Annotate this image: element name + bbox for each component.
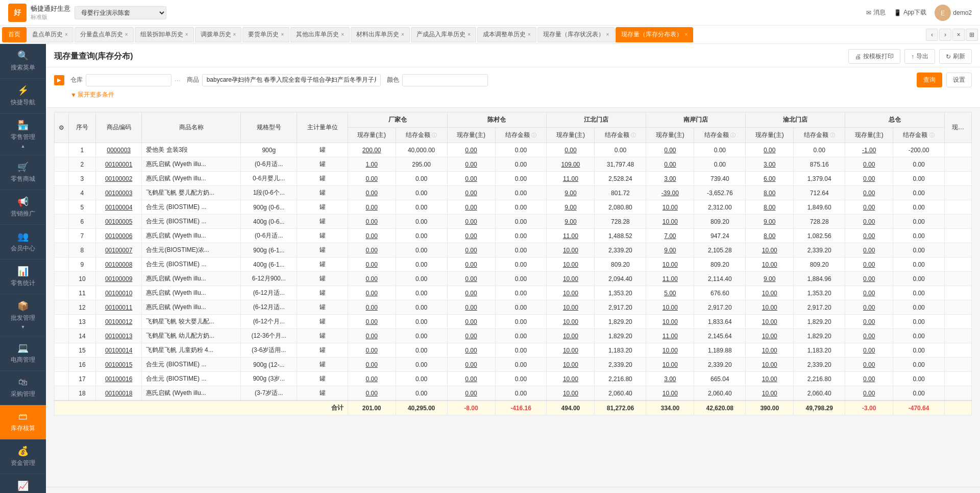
row-factory-qty[interactable]: 0.00 <box>348 272 396 286</box>
tab-fenliang[interactable]: 分量盘点单历史 × <box>75 27 134 42</box>
expand-btn[interactable]: ▼ 展开更多条件 <box>70 90 114 99</box>
row-total-qty[interactable]: 0.00 <box>845 386 893 401</box>
tab-diaobo[interactable]: 调拨单历史 × <box>195 27 242 42</box>
row-jiangbei-qty[interactable]: 10.00 <box>547 315 595 329</box>
row-chencu-qty[interactable]: 0.00 <box>447 243 495 257</box>
row-jiangbei-qty[interactable]: 10.00 <box>547 300 595 315</box>
row-jiangbei-qty[interactable]: 10.00 <box>547 257 595 272</box>
row-chencu-qty[interactable]: 0.00 <box>447 372 495 386</box>
row-total-qty[interactable]: 0.00 <box>845 200 893 215</box>
row-total-qty[interactable]: 0.00 <box>845 286 893 300</box>
tab-qita[interactable]: 其他出库单历史 × <box>290 27 350 42</box>
row-total-qty[interactable]: 0.00 <box>845 157 893 172</box>
tab-xiancun-status[interactable]: 现存量（库存状况表） × <box>537 27 615 42</box>
tab-chengpin[interactable]: 产成品入库单历史 × <box>411 27 476 42</box>
row-code[interactable]: 00100008 <box>95 257 142 272</box>
row-yubei-qty[interactable]: 10.00 <box>746 386 794 401</box>
sidebar-item-retail-stats[interactable]: 📊 零售统计 <box>0 260 46 294</box>
row-factory-qty[interactable]: 0.00 <box>348 358 396 372</box>
export-btn[interactable]: ↑ 导出 <box>904 49 935 64</box>
row-jiangbei-qty[interactable]: 11.00 <box>547 172 595 186</box>
row-factory-qty[interactable]: 0.00 <box>348 329 396 343</box>
row-chencu-qty[interactable]: 0.00 <box>447 215 495 229</box>
row-factory-qty[interactable]: 0.00 <box>348 186 396 200</box>
row-chencu-qty[interactable]: 0.00 <box>447 172 495 186</box>
row-jiangbei-qty[interactable]: 9.00 <box>547 200 595 215</box>
row-code[interactable]: 00100010 <box>95 286 142 300</box>
row-yubei-qty[interactable]: 10.00 <box>746 257 794 272</box>
row-factory-qty[interactable]: 0.00 <box>348 257 396 272</box>
row-factory-qty[interactable]: 1.00 <box>348 157 396 172</box>
row-chencu-qty[interactable]: 0.00 <box>447 143 495 157</box>
row-chencu-qty[interactable]: 0.00 <box>447 386 495 401</box>
row-code[interactable]: 00100018 <box>95 386 142 401</box>
row-total-qty[interactable]: 0.00 <box>845 315 893 329</box>
row-jiangbei-qty[interactable]: 10.00 <box>547 343 595 358</box>
sidebar-item-member[interactable]: 👥 会员中心 <box>0 225 46 260</box>
row-chencu-qty[interactable]: 0.00 <box>447 186 495 200</box>
row-yubei-qty[interactable]: 10.00 <box>746 315 794 329</box>
row-jiangbei-qty[interactable]: 109.00 <box>547 157 595 172</box>
row-chencu-qty[interactable]: 0.00 <box>447 286 495 300</box>
tab-home[interactable]: 首页 <box>2 27 27 42</box>
row-code[interactable]: 00100003 <box>95 186 142 200</box>
row-nanan-qty[interactable]: 9.00 <box>646 243 694 257</box>
tab-cailiao[interactable]: 材料出库单历史 × <box>351 27 410 42</box>
row-total-qty[interactable]: 0.00 <box>845 172 893 186</box>
row-chencu-qty[interactable]: 0.00 <box>447 343 495 358</box>
sidebar-item-inventory[interactable]: 🗃 库存核算 <box>0 405 46 439</box>
row-factory-qty[interactable]: 0.00 <box>348 343 396 358</box>
row-chencu-qty[interactable]: 0.00 <box>447 358 495 372</box>
row-total-qty[interactable]: 0.00 <box>845 243 893 257</box>
refresh-btn[interactable]: ↻ 刷新 <box>939 49 972 64</box>
row-factory-qty[interactable]: 0.00 <box>348 229 396 243</box>
row-yubei-qty[interactable]: 10.00 <box>746 329 794 343</box>
row-yubei-qty[interactable]: 8.00 <box>746 229 794 243</box>
row-nanan-qty[interactable]: 10.00 <box>646 257 694 272</box>
warehouse-dots[interactable]: ··· <box>175 76 181 84</box>
row-total-qty[interactable]: 0.00 <box>845 358 893 372</box>
row-factory-qty[interactable]: 0.00 <box>348 286 396 300</box>
row-total-qty[interactable]: 0.00 <box>845 343 893 358</box>
row-factory-qty[interactable]: 0.00 <box>348 315 396 329</box>
row-nanan-qty[interactable]: 10.00 <box>646 300 694 315</box>
row-jiangbei-qty[interactable]: 10.00 <box>547 386 595 401</box>
row-chencu-qty[interactable]: 0.00 <box>447 257 495 272</box>
row-yubei-qty[interactable]: 9.00 <box>746 215 794 229</box>
row-yubei-qty[interactable]: 10.00 <box>746 243 794 257</box>
row-chencu-qty[interactable]: 0.00 <box>447 329 495 343</box>
product-input[interactable] <box>202 74 381 86</box>
row-factory-qty[interactable]: 0.00 <box>348 215 396 229</box>
user-menu[interactable]: E demo2 <box>935 5 972 21</box>
row-code[interactable]: 00100013 <box>95 329 142 343</box>
sidebar-item-search[interactable]: 🔍 搜索英单 <box>0 44 46 79</box>
row-total-qty[interactable]: 0.00 <box>845 215 893 229</box>
row-nanan-qty[interactable]: 0.00 <box>646 157 694 172</box>
row-factory-qty[interactable]: 0.00 <box>348 172 396 186</box>
sidebar-item-retail-mgmt[interactable]: 🏪 零售管理 ▲ <box>0 113 46 155</box>
row-nanan-qty[interactable]: 11.00 <box>646 329 694 343</box>
row-yubei-qty[interactable]: 8.00 <box>746 200 794 215</box>
tab-expand[interactable]: ⊞ <box>966 29 978 41</box>
row-factory-qty[interactable]: 0.00 <box>348 372 396 386</box>
row-nanan-qty[interactable]: 10.00 <box>646 358 694 372</box>
row-chencu-qty[interactable]: 0.00 <box>447 315 495 329</box>
sidebar-item-operation[interactable]: 📈 经营管理 <box>0 474 46 493</box>
tab-next[interactable]: › <box>939 29 951 41</box>
row-code[interactable]: 00100015 <box>95 358 142 372</box>
info-icon-1[interactable]: ⓘ <box>432 132 437 138</box>
row-nanan-qty[interactable]: 10.00 <box>646 200 694 215</box>
row-total-qty[interactable]: 0.00 <box>845 229 893 243</box>
row-factory-qty[interactable]: 200.00 <box>348 143 396 157</box>
row-code[interactable]: 0000003 <box>95 143 142 157</box>
row-factory-qty[interactable]: 0.00 <box>348 200 396 215</box>
row-code[interactable]: 00100011 <box>95 300 142 315</box>
row-yubei-qty[interactable]: 10.00 <box>746 286 794 300</box>
row-yubei-qty[interactable]: 10.00 <box>746 372 794 386</box>
row-nanan-qty[interactable]: 7.00 <box>646 229 694 243</box>
row-code[interactable]: 00100005 <box>95 215 142 229</box>
row-code[interactable]: 00100016 <box>95 372 142 386</box>
row-factory-qty[interactable]: 0.00 <box>348 243 396 257</box>
row-code[interactable]: 00100002 <box>95 172 142 186</box>
row-jiangbei-qty[interactable]: 0.00 <box>547 143 595 157</box>
